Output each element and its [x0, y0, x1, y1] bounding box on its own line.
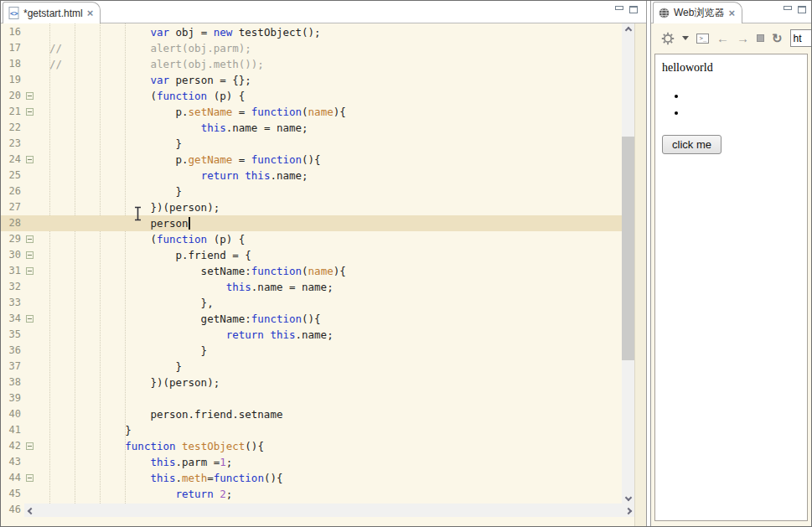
line-number: 43 [1, 454, 24, 470]
vertical-scrollbar-thumb[interactable] [622, 137, 634, 360]
line-number: 27 [1, 199, 24, 215]
code-line-35[interactable]: 35 return this.name; [1, 327, 622, 343]
code-line-20[interactable]: 20 (function (p) { [1, 88, 622, 104]
back-arrow-icon[interactable]: ← [716, 32, 729, 44]
line-number: 34 [1, 311, 24, 327]
line-number: 31 [1, 263, 24, 279]
browser-toolbar: >_ ← → ↻ [651, 23, 811, 53]
line-number: 38 [1, 375, 24, 390]
maximize-icon[interactable] [798, 6, 806, 13]
code-line-18[interactable]: 18// alert(obj.meth()); [1, 56, 622, 72]
fold-marker-icon[interactable] [26, 474, 34, 482]
tab-title: Web浏览器 [674, 6, 724, 20]
stop-icon[interactable] [757, 34, 764, 42]
fold-marker-icon[interactable] [26, 235, 34, 243]
editor-panel: <> *getstart.html × 16 var obj = new tes… [1, 1, 647, 526]
tab-close-icon[interactable]: × [728, 8, 735, 18]
fold-marker-icon[interactable] [26, 315, 34, 323]
code-line-40[interactable]: 40 person.friend.setname [1, 406, 622, 422]
gear-icon[interactable] [661, 32, 675, 45]
minimize-icon[interactable] [615, 6, 623, 13]
code-line-34[interactable]: 34 getName:function(){ [1, 311, 622, 327]
terminal-icon[interactable]: >_ [696, 34, 709, 44]
fold-marker-icon[interactable] [26, 92, 34, 100]
line-number: 35 [1, 327, 24, 343]
code-line-42[interactable]: 42 function testObject(){ [1, 438, 622, 454]
code-line-17[interactable]: 17// alert(obj.parm); [1, 40, 622, 56]
dropdown-arrow-icon[interactable] [682, 36, 689, 40]
scroll-up-icon[interactable] [622, 23, 634, 36]
page-heading: helloworld [662, 61, 800, 75]
line-number: 33 [1, 295, 24, 311]
browser-content: helloworld click me [654, 54, 808, 521]
code-line-27[interactable]: 27 })(person); [1, 199, 622, 215]
code-line-32[interactable]: 32 this.name = name; [1, 279, 622, 295]
editor-tabbar: <> *getstart.html × [1, 1, 646, 23]
code-line-45[interactable]: 45 return 2; [1, 486, 622, 502]
url-input[interactable] [790, 29, 811, 47]
globe-icon [659, 8, 670, 18]
code-line-16[interactable]: 16 var obj = new testObject(); [1, 24, 622, 40]
fold-marker-icon[interactable] [26, 108, 34, 116]
app-window: <> *getstart.html × 16 var obj = new tes… [0, 0, 812, 527]
code-line-28[interactable]: 28 person [1, 215, 622, 231]
scroll-left-icon[interactable] [24, 504, 37, 517]
fold-marker-icon[interactable] [26, 267, 34, 275]
code-line-41[interactable]: 41 } [1, 422, 622, 438]
code-line-43[interactable]: 43 this.parm =1; [1, 454, 622, 470]
fold-marker-icon[interactable] [26, 442, 34, 450]
click-me-button[interactable]: click me [662, 135, 721, 154]
code-line-19[interactable]: 19 var person = {}; [1, 72, 622, 88]
line-number: 45 [1, 486, 24, 502]
code-line-24[interactable]: 24 p.getName = function(){ [1, 152, 622, 168]
browser-panel: Web浏览器 × >_ ← → [650, 1, 811, 526]
code-line-30[interactable]: 30 p.friend = { [1, 247, 622, 263]
line-number: 19 [1, 72, 24, 88]
code-line-29[interactable]: 29 (function (p) { [1, 231, 622, 247]
forward-arrow-icon[interactable]: → [737, 32, 749, 44]
html-file-icon: <> [8, 7, 19, 19]
code-line-25[interactable]: 25 return this.name; [1, 168, 622, 183]
overview-ruler [634, 23, 646, 526]
line-number: 37 [1, 359, 24, 375]
vertical-scrollbar[interactable] [622, 23, 634, 504]
line-number: 28 [1, 215, 24, 231]
maximize-icon[interactable] [629, 6, 638, 13]
code-line-26[interactable]: 26 } [1, 183, 622, 199]
line-number: 46 [1, 502, 24, 518]
tab-close-icon[interactable]: × [87, 8, 94, 18]
code-line-22[interactable]: 22 this.name = name; [1, 120, 622, 136]
text-caret [189, 217, 190, 230]
code-line-21[interactable]: 21 p.setName = function(name){ [1, 104, 622, 120]
line-number: 20 [1, 88, 24, 104]
code-line-38[interactable]: 38 })(person); [1, 375, 622, 390]
scroll-down-icon[interactable] [622, 491, 634, 504]
text-cursor-icon [133, 206, 142, 221]
line-number: 23 [1, 136, 24, 152]
line-number: 16 [1, 24, 24, 40]
code-line-44[interactable]: 44 this.meth=function(){ [1, 470, 622, 486]
scroll-right-icon[interactable] [622, 504, 634, 517]
tab-web-browser[interactable]: Web浏览器 × [653, 2, 742, 23]
list-item [687, 105, 800, 121]
line-number: 41 [1, 422, 24, 438]
minimize-icon[interactable] [784, 6, 792, 13]
code-editor[interactable]: 16 var obj = new testObject();17// alert… [1, 23, 646, 526]
fold-marker-icon[interactable] [26, 156, 34, 163]
code-line-23[interactable]: 23 } [1, 136, 622, 152]
code-line-36[interactable]: 36 } [1, 343, 622, 359]
list-item [687, 88, 800, 105]
fold-marker-icon[interactable] [26, 251, 34, 259]
code-line-31[interactable]: 31 setName:function(name){ [1, 263, 622, 279]
line-number: 21 [1, 104, 24, 120]
line-number: 40 [1, 406, 24, 422]
horizontal-scrollbar[interactable] [24, 504, 634, 517]
line-number: 25 [1, 168, 24, 183]
refresh-icon[interactable]: ↻ [772, 32, 783, 44]
svg-text:<>: <> [10, 10, 18, 18]
code-line-39[interactable]: 39 [1, 390, 622, 406]
code-line-33[interactable]: 33 }, [1, 295, 622, 311]
tab-getstart-html[interactable]: <> *getstart.html × [3, 2, 101, 23]
tab-title: *getstart.html [23, 8, 83, 19]
code-line-37[interactable]: 37 } [1, 359, 622, 375]
